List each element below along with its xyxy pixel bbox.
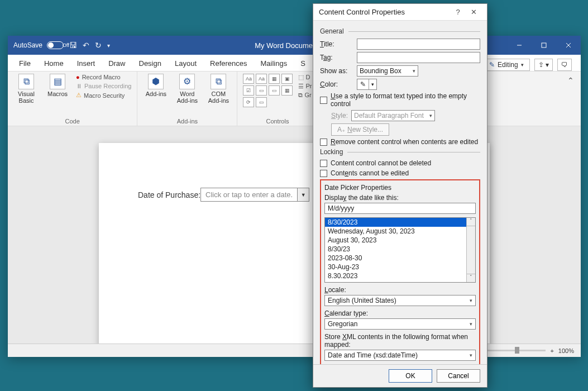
ctrl-date-icon[interactable]: ▦ xyxy=(281,85,293,96)
pause-recording-button: ⏸Pause Recording xyxy=(76,83,131,89)
ctrl-legacy-icon[interactable]: ▭ xyxy=(256,97,267,107)
ctrl-picture-icon[interactable]: ▦ xyxy=(269,74,280,84)
autosave-toggle[interactable]: AutoSave Off xyxy=(8,41,66,49)
visual-basic-button[interactable]: ⧉Visual Basic xyxy=(13,74,39,104)
lock-delete-checkbox[interactable] xyxy=(320,160,327,167)
showas-combo[interactable]: Bounding Box▾ xyxy=(357,65,418,77)
color-label: Color: xyxy=(320,80,353,88)
com-addins-button[interactable]: ⧉COM Add-ins xyxy=(205,74,231,104)
ctrl-checkbox-icon[interactable]: ☑ xyxy=(243,85,254,96)
save-icon[interactable]: 🖫 xyxy=(69,41,77,50)
locale-combo[interactable]: English (United States)▾ xyxy=(324,295,476,306)
ctrl-plaintext-icon[interactable]: Aa xyxy=(256,74,267,84)
format-option[interactable]: 8/30/2023 xyxy=(325,218,466,227)
scroll-up-icon[interactable]: ˄ xyxy=(467,218,475,226)
maximize-button[interactable] xyxy=(532,36,556,55)
format-option[interactable]: 30-Aug-23 xyxy=(325,263,466,271)
ok-button[interactable]: OK xyxy=(389,369,432,383)
date-picker-control[interactable]: Click or tap to enter a date. ▼ xyxy=(200,188,309,202)
macros-icon: ▤ xyxy=(50,74,65,89)
ctrl-repeating-icon[interactable]: ⟳ xyxy=(243,97,254,107)
window-buttons xyxy=(507,36,581,55)
new-style-button: A₊New Style... xyxy=(331,123,389,136)
remove-cc-checkbox[interactable] xyxy=(320,139,327,146)
editing-mode-button[interactable]: ✎ Editing ▾ xyxy=(483,59,530,71)
vb-icon: ⧉ xyxy=(18,74,34,89)
format-option[interactable]: Wednesday, August 30, 2023 xyxy=(325,227,466,236)
addins-icon: ⬢ xyxy=(148,74,164,89)
calendar-combo[interactable]: Gregorian▾ xyxy=(324,318,476,330)
scroll-down-icon[interactable]: ˅ xyxy=(467,274,475,282)
tab-home[interactable]: Home xyxy=(37,56,70,71)
tab-draw[interactable]: Draw xyxy=(102,56,132,71)
document-area[interactable]: Date of Purchase: Click or tap to enter … xyxy=(8,126,581,344)
use-style-label: Use a style to format text typed into th… xyxy=(331,92,480,108)
display-label: Display the date like this: xyxy=(324,194,476,202)
tab-mailings[interactable]: Mailings xyxy=(254,56,294,71)
tab-file[interactable]: File xyxy=(12,56,37,71)
record-macro-button[interactable]: ●Record Macro xyxy=(76,74,131,80)
dialog-titlebar[interactable]: Content Control Properties ? ✕ xyxy=(313,4,487,21)
help-button[interactable]: ? xyxy=(450,8,466,16)
cancel-button[interactable]: Cancel xyxy=(437,369,480,383)
undo-icon[interactable]: ↶ xyxy=(83,41,89,50)
zoom-slider[interactable] xyxy=(484,350,546,351)
xml-format-combo[interactable]: Date and Time (xsd:dateTime)▾ xyxy=(324,350,476,361)
field-label: Date of Purchase: xyxy=(138,190,200,199)
date-format-input[interactable]: M/d/yyyy xyxy=(324,203,476,214)
showas-label: Show as: xyxy=(320,67,353,75)
close-button[interactable] xyxy=(556,36,581,55)
lock-edit-checkbox[interactable] xyxy=(320,170,327,177)
collapse-ribbon-button[interactable]: ⌃ xyxy=(561,71,581,126)
date-format-listbox[interactable]: 8/30/2023 Wednesday, August 30, 2023 Aug… xyxy=(324,217,476,283)
redo-icon[interactable]: ↻ xyxy=(95,41,102,50)
dialog-title: Content Control Properties xyxy=(319,8,450,16)
design-mode-button[interactable]: ⬚ D xyxy=(298,74,312,81)
addins-button[interactable]: ⬢Add-ins xyxy=(143,74,169,97)
style-icon: A₊ xyxy=(337,126,345,133)
properties-button[interactable]: ☰ Pr xyxy=(298,83,312,90)
format-option[interactable]: August 30, 2023 xyxy=(325,236,466,245)
listbox-scrollbar[interactable]: ˄ ˅ xyxy=(466,218,475,282)
ctrl-richtext-icon[interactable]: Aa xyxy=(243,74,254,84)
group-label-code: Code xyxy=(13,117,131,125)
comments-button[interactable]: 🗨 xyxy=(557,59,572,71)
color-picker[interactable]: ✎▾ xyxy=(357,79,377,90)
tab-truncated[interactable]: S xyxy=(294,56,312,71)
autosave-switch[interactable] xyxy=(47,41,64,49)
xml-format-label: Store XML contents in the following form… xyxy=(324,333,476,349)
ctrl-combobox-icon[interactable]: ▭ xyxy=(256,85,267,96)
section-general: General xyxy=(320,27,480,35)
macros-button[interactable]: ▤Macros xyxy=(45,74,70,97)
date-dropdown-button[interactable]: ▼ xyxy=(298,188,309,201)
tab-insert[interactable]: Insert xyxy=(70,56,102,71)
tab-design[interactable]: Design xyxy=(132,56,168,71)
macro-security-button[interactable]: ⚠Macro Security xyxy=(76,92,131,99)
format-option[interactable]: Aug. 30, 23 xyxy=(325,280,466,282)
tab-layout[interactable]: Layout xyxy=(168,56,203,71)
qat-more-icon[interactable]: ▾ xyxy=(107,42,110,49)
minimize-button[interactable] xyxy=(507,36,532,55)
autosave-state: Off xyxy=(63,42,69,48)
zoom-level[interactable]: 100% xyxy=(558,347,574,354)
group-button[interactable]: ⧉ Gr xyxy=(298,92,312,99)
share-button[interactable]: ⇪ ▾ xyxy=(534,59,553,71)
tag-input[interactable] xyxy=(357,52,480,63)
ribbon: ⧉Visual Basic ▤Macros ●Record Macro ⏸Pau… xyxy=(8,71,581,126)
word-window: AutoSave Off 🖫 ↶ ↻ ▾ My Word Document...… xyxy=(8,36,581,357)
tab-references[interactable]: References xyxy=(203,56,254,71)
use-style-checkbox[interactable] xyxy=(320,97,327,104)
date-placeholder[interactable]: Click or tap to enter a date. xyxy=(201,188,298,201)
group-addins: ⬢Add-ins ⚙Word Add-ins ⧉COM Add-ins Add-… xyxy=(137,71,237,126)
ctrl-dropdown-icon[interactable]: ▭ xyxy=(269,85,280,96)
control-gallery[interactable]: Aa Aa ▦ ▣ ☑ ▭ ▭ ▦ ⟳ ▭ xyxy=(243,74,293,107)
ctrl-buildingblock-icon[interactable]: ▣ xyxy=(281,74,293,84)
format-option[interactable]: 8.30.2023 xyxy=(325,271,466,280)
zoom-in-button[interactable]: + xyxy=(550,347,553,354)
dialog-close-button[interactable]: ✕ xyxy=(466,8,481,16)
format-option[interactable]: 8/30/23 xyxy=(325,245,466,254)
word-addins-button[interactable]: ⚙Word Add-ins xyxy=(174,74,200,104)
format-option[interactable]: 2023-08-30 xyxy=(325,254,466,263)
title-input[interactable] xyxy=(357,39,480,50)
chevron-down-icon: ▾ xyxy=(470,298,472,303)
